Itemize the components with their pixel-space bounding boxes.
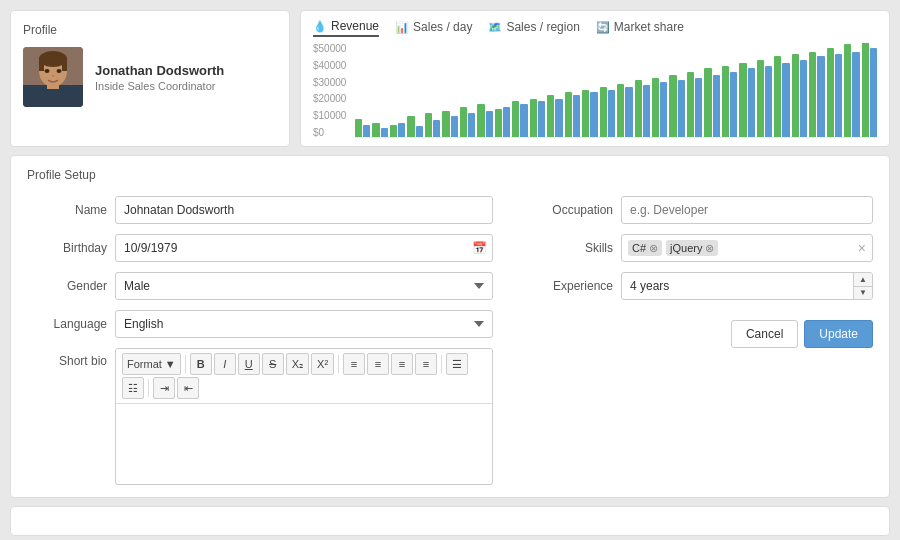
skills-clear-button[interactable]: ×: [858, 240, 866, 256]
bar-green: [582, 90, 589, 138]
bar-green: [739, 63, 746, 137]
svg-point-7: [45, 69, 50, 73]
toolbar-sep-3: [441, 355, 442, 373]
top-row: Profile: [10, 10, 890, 147]
align-right-button[interactable]: ≡: [391, 353, 413, 375]
bar-green: [512, 101, 519, 137]
editor-body[interactable]: [116, 404, 492, 484]
skills-container[interactable]: C# ⊗ jQuery ⊗ ×: [621, 234, 873, 262]
bar-group: [460, 107, 475, 137]
bar-blue: [643, 85, 650, 137]
bar-group: [582, 90, 597, 138]
bars-container: [355, 43, 877, 138]
bar-green: [530, 99, 537, 137]
chart-tabs: 💧 Revenue 📊 Sales / day 🗺️ Sales / regio…: [313, 19, 877, 37]
bar-blue: [398, 123, 405, 137]
tab-sales-day[interactable]: 📊 Sales / day: [395, 20, 472, 36]
bar-group: [827, 48, 842, 137]
experience-decrement-button[interactable]: ▼: [854, 287, 872, 300]
bar-group: [844, 44, 859, 137]
birthday-input-wrapper: 📅: [115, 234, 493, 262]
bold-button[interactable]: B: [190, 353, 212, 375]
bar-group: [355, 119, 370, 137]
bar-blue: [363, 125, 370, 137]
ordered-list-button[interactable]: ☷: [122, 377, 144, 399]
language-select[interactable]: English Spanish French German: [115, 310, 493, 338]
justify-button[interactable]: ≡: [415, 353, 437, 375]
chart-card: 💧 Revenue 📊 Sales / day 🗺️ Sales / regio…: [300, 10, 890, 147]
sales-region-icon: 🗺️: [488, 21, 502, 34]
gender-row: Gender Male Female Other: [27, 272, 493, 300]
bar-group: [617, 84, 632, 137]
bar-blue: [730, 72, 737, 137]
occupation-label: Occupation: [533, 203, 613, 217]
form-column-left: Name Birthday 📅 Gender Male Fema: [27, 196, 493, 485]
bar-group: [547, 95, 562, 137]
occupation-input[interactable]: [621, 196, 873, 224]
bar-blue: [625, 87, 632, 137]
bar-group: [390, 123, 405, 137]
bar-group: [495, 107, 510, 137]
language-row: Language English Spanish French German: [27, 310, 493, 338]
bar-group: [565, 92, 580, 137]
name-input[interactable]: [115, 196, 493, 224]
y-labels: $50000 $40000 $30000 $20000 $10000 $0: [313, 43, 353, 138]
outdent-button[interactable]: ⇤: [177, 377, 199, 399]
form-layout: Name Birthday 📅 Gender Male Fema: [27, 196, 873, 485]
underline-button[interactable]: U: [238, 353, 260, 375]
bar-green: [652, 78, 659, 137]
birthday-input[interactable]: [115, 234, 493, 262]
cancel-button[interactable]: Cancel: [731, 320, 798, 348]
revenue-icon: 💧: [313, 20, 327, 33]
remove-jquery-button[interactable]: ⊗: [705, 243, 714, 254]
bar-blue: [695, 78, 702, 137]
editor-container: Format ▼ B I U S X₂ X² ≡ ≡: [115, 348, 493, 485]
strikethrough-button[interactable]: S: [262, 353, 284, 375]
svg-point-9: [52, 75, 55, 77]
bar-group: [669, 75, 684, 137]
bar-group: [757, 60, 772, 137]
experience-increment-button[interactable]: ▲: [854, 273, 872, 287]
bar-green: [390, 125, 397, 137]
bar-group: [809, 52, 824, 138]
bar-blue: [573, 95, 580, 137]
bar-green: [442, 111, 449, 137]
bar-green: [687, 72, 694, 137]
bar-group: [530, 99, 545, 137]
tab-market-share[interactable]: 🔄 Market share: [596, 20, 684, 36]
update-button[interactable]: Update: [804, 320, 873, 348]
bar-green: [407, 116, 414, 137]
bar-group: [687, 72, 702, 137]
bar-green: [722, 66, 729, 137]
tab-sales-region[interactable]: 🗺️ Sales / region: [488, 20, 579, 36]
bar-green: [617, 84, 624, 137]
bar-group: [792, 54, 807, 137]
tab-revenue[interactable]: 💧 Revenue: [313, 19, 379, 37]
gender-select[interactable]: Male Female Other: [115, 272, 493, 300]
toolbar-sep-4: [148, 379, 149, 397]
unordered-list-button[interactable]: ☰: [446, 353, 468, 375]
bar-green: [669, 75, 676, 137]
calendar-icon[interactable]: 📅: [472, 241, 487, 255]
bar-group: [600, 87, 615, 137]
format-dropdown[interactable]: Format ▼: [122, 353, 181, 375]
bar-group: [862, 43, 877, 137]
align-center-button[interactable]: ≡: [367, 353, 389, 375]
indent-button[interactable]: ⇥: [153, 377, 175, 399]
sales-day-icon: 📊: [395, 21, 409, 34]
language-label: Language: [27, 317, 107, 331]
bar-green: [809, 52, 816, 138]
subscript-button[interactable]: X₂: [286, 353, 309, 375]
bar-blue: [416, 126, 423, 137]
bar-group: [442, 111, 457, 137]
bar-blue: [555, 99, 562, 137]
align-left-button[interactable]: ≡: [343, 353, 365, 375]
superscript-button[interactable]: X²: [311, 353, 334, 375]
italic-button[interactable]: I: [214, 353, 236, 375]
skill-tag-csharp: C# ⊗: [628, 240, 662, 256]
editor-toolbar: Format ▼ B I U S X₂ X² ≡ ≡: [116, 349, 492, 404]
bar-green: [460, 107, 467, 137]
remove-csharp-button[interactable]: ⊗: [649, 243, 658, 254]
bar-green: [844, 44, 851, 137]
bar-blue: [608, 90, 615, 138]
